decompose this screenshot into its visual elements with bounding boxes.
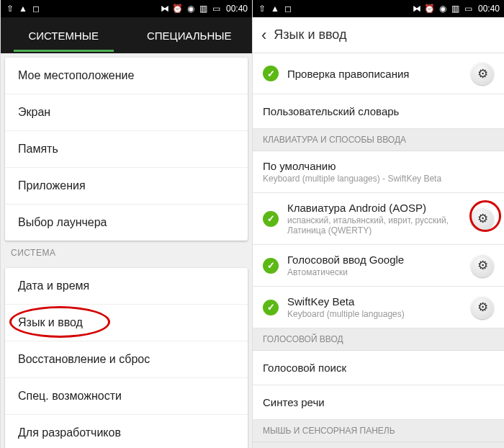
alarm-icon: ⏰ xyxy=(173,4,183,14)
google-voice-sub: Автоматически xyxy=(287,267,465,277)
section-header-mouse: МЫШЬ И СЕНСОРНАЯ ПАНЕЛЬ xyxy=(253,420,504,442)
check-icon xyxy=(263,66,279,81)
bluetooth-icon: ⧓ xyxy=(412,4,422,14)
warning-icon: ▲ xyxy=(18,4,28,14)
battery-icon: ▭ xyxy=(464,4,474,14)
warning-icon: ▲ xyxy=(270,4,280,14)
status-bar: ⇧ ▲ ◻ ⧓ ⏰ ◉ ▥ ▭ 00:40 xyxy=(253,0,504,17)
tabs: СИСТЕМНЫЕ СПЕЦИАЛЬНЫЕ xyxy=(1,17,252,53)
check-icon xyxy=(263,211,279,227)
wifi-icon: ◉ xyxy=(438,4,448,14)
gear-icon-swiftkey[interactable]: ⚙ xyxy=(471,296,494,319)
item-memory[interactable]: Память xyxy=(5,131,248,168)
header: ‹ Язык и ввод xyxy=(253,17,504,53)
clock: 00:40 xyxy=(478,4,500,14)
item-display[interactable]: Экран xyxy=(5,94,248,131)
item-accessibility[interactable]: Спец. возможности xyxy=(5,378,248,415)
alarm-icon: ⏰ xyxy=(425,4,435,14)
tts-label: Синтез речи xyxy=(263,396,494,408)
gear-icon-aosp[interactable]: ⚙ xyxy=(471,207,494,230)
right-phone: ⇧ ▲ ◻ ⧓ ⏰ ◉ ▥ ▭ 00:40 ‹ Язык и ввод Пров… xyxy=(252,0,504,448)
item-language-label: Язык и ввод xyxy=(18,316,83,328)
swiftkey-label: SwiftKey Beta xyxy=(287,295,465,308)
upload-icon: ⇧ xyxy=(257,4,267,14)
item-user-dictionary[interactable]: Пользовательский словарь xyxy=(253,94,504,129)
gear-icon-google-voice[interactable]: ⚙ xyxy=(471,254,494,277)
bluetooth-icon: ⧓ xyxy=(160,4,170,14)
back-icon[interactable]: ‹ xyxy=(261,26,266,45)
check-icon xyxy=(263,300,279,315)
google-voice-label: Голосовой ввод Google xyxy=(287,254,465,266)
tab-system[interactable]: СИСТЕМНЫЕ xyxy=(1,19,127,52)
item-apps[interactable]: Приложения xyxy=(5,168,248,205)
section-header-keyboard: КЛАВИАТУРА И СПОСОБЫ ВВОДА xyxy=(253,129,504,151)
left-phone: ⇧ ▲ ◻ ⧓ ⏰ ◉ ▥ ▭ 00:40 СИСТЕМНЫЕ СПЕЦИАЛЬ… xyxy=(0,0,252,448)
gear-icon-spellcheck[interactable]: ⚙ xyxy=(471,62,494,85)
upload-icon: ⇧ xyxy=(5,4,15,14)
status-bar: ⇧ ▲ ◻ ⧓ ⏰ ◉ ▥ ▭ 00:40 xyxy=(1,0,252,17)
item-google-voice-input[interactable]: Голосовой ввод Google Автоматически ⚙ xyxy=(253,245,504,287)
item-my-location[interactable]: Мое местоположение xyxy=(5,58,248,94)
section-header-system: СИСТЕМА xyxy=(1,241,252,264)
header-title: Язык и ввод xyxy=(274,27,346,42)
item-voice-search[interactable]: Голосовой поиск xyxy=(253,351,504,385)
item-backup-reset[interactable]: Восстановление и сброс xyxy=(5,341,248,378)
item-default-keyboard[interactable]: По умолчанию Keyboard (multiple language… xyxy=(253,151,504,193)
wifi-icon: ◉ xyxy=(186,4,196,14)
swiftkey-sub: Keyboard (multiple languages) xyxy=(287,309,465,319)
tab-special[interactable]: СПЕЦИАЛЬНЫЕ xyxy=(127,19,253,52)
signal-icon: ▥ xyxy=(451,4,461,14)
aosp-label: Клавиатура Android (AOSP) xyxy=(287,202,465,214)
notification-icon: ◻ xyxy=(283,4,293,14)
battery-icon: ▭ xyxy=(212,4,222,14)
item-tts[interactable]: Синтез речи xyxy=(253,385,504,420)
spellcheck-label: Проверка правописания xyxy=(287,68,465,80)
item-spellcheck[interactable]: Проверка правописания ⚙ xyxy=(253,53,504,94)
signal-icon: ▥ xyxy=(199,4,209,14)
user-dict-label: Пользовательский словарь xyxy=(263,105,494,117)
item-launcher[interactable]: Выбор лаунчера xyxy=(5,205,248,241)
item-aosp-keyboard[interactable]: Клавиатура Android (AOSP) испанский, ита… xyxy=(253,193,504,245)
default-sub: Keyboard (multiple languages) - SwiftKey… xyxy=(263,174,494,184)
aosp-sub: испанский, итальянский, иврит, русский, … xyxy=(287,215,465,236)
item-datetime[interactable]: Дата и время xyxy=(5,268,248,305)
item-developer[interactable]: Для разработчиков xyxy=(5,415,248,448)
section-header-voice: ГОЛОСОВОЙ ВВОД xyxy=(253,328,504,351)
default-label: По умолчанию xyxy=(263,160,494,172)
check-icon xyxy=(263,258,279,274)
clock: 00:40 xyxy=(226,4,248,14)
item-swiftkey[interactable]: SwiftKey Beta Keyboard (multiple languag… xyxy=(253,287,504,328)
item-language-input[interactable]: Язык и ввод xyxy=(5,305,248,341)
voice-search-label: Голосовой поиск xyxy=(263,362,494,374)
notification-icon: ◻ xyxy=(31,4,41,14)
